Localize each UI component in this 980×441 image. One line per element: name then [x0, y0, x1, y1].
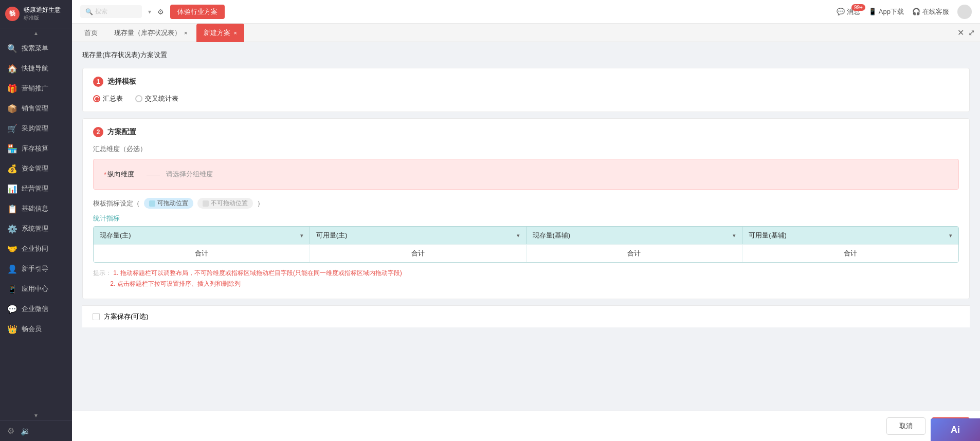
required-mark: *: [104, 171, 106, 178]
tips: 提示： 1. 拖动标题栏可以调整布局，不可跨维度或指标区域拖动栏目字段(只能在同…: [93, 269, 959, 288]
stats-cell-0-2: 合计: [527, 245, 743, 262]
sidebar-item-label: 库存核算: [22, 144, 48, 153]
purchase-icon: 🛒: [7, 124, 17, 134]
stats-col-0-label: 现存量(主): [100, 231, 131, 240]
tab-expand-btn[interactable]: ⤢: [968, 28, 975, 38]
stats-col-3[interactable]: 可用量(基辅) ▾: [742, 227, 958, 244]
phone-icon: 📱: [868, 8, 877, 15]
sidebar-item-quick-nav[interactable]: 🏠 快捷导航: [0, 59, 72, 79]
topbar-gear-icon[interactable]: ⚙: [157, 8, 164, 16]
template-radio-group: 汇总表 交叉统计表: [93, 94, 959, 103]
search-menu-icon: 🔍: [7, 44, 17, 53]
sidebar-item-label: 资金管理: [22, 164, 48, 173]
tab-close-btn[interactable]: ✕: [957, 28, 964, 38]
save-checkbox[interactable]: [93, 313, 100, 320]
sidebar-item-label: 营销推广: [22, 84, 48, 93]
sidebar-item-label: 快捷导航: [22, 64, 48, 73]
radio-summary[interactable]: 汇总表: [93, 94, 123, 103]
stats-col-2-label: 现存量(基辅): [533, 231, 571, 240]
tab-inventory-close[interactable]: ×: [184, 30, 187, 36]
section2-card: 2 方案配置 汇总维度（必选） * 纵向维度 —— 请选择分组维度 模板指标设定…: [82, 118, 970, 299]
vip-icon: 👑: [7, 324, 17, 334]
operations-icon: 📊: [7, 184, 17, 194]
section2-num: 2: [93, 127, 103, 137]
sidebar-item-search-menu[interactable]: 🔍 搜索菜单: [0, 39, 72, 59]
stats-row-0: 合计 合计 合计 合计: [94, 244, 958, 262]
stats-col-2[interactable]: 现存量(基辅) ▾: [527, 227, 743, 244]
stats-header: 现存量(主) ▾ 可用量(主) ▾ 现存量(基辅) ▾ 可用量(基辅) ▾: [94, 227, 958, 244]
sidebar-item-newbie[interactable]: 👤 新手引导: [0, 259, 72, 279]
sidebar-scroll-down[interactable]: ▼: [0, 410, 72, 420]
section2-header: 2 方案配置: [93, 127, 959, 137]
sidebar-scroll-up[interactable]: ▲: [0, 28, 72, 39]
section1-title: 选择模板: [107, 77, 136, 86]
indicator-label: 模板指标设定（ 可拖动位置 不可拖动位置 ）: [93, 198, 959, 209]
newbie-icon: 👤: [7, 264, 17, 274]
topbar-avatar: [957, 5, 972, 19]
tab-new-plan-label: 新建方案: [204, 28, 230, 38]
tip-label: 提示： 1. 拖动标题栏可以调整布局，不可跨维度或指标区域拖动栏目字段(只能在同…: [93, 269, 959, 278]
radio-cross[interactable]: 交叉统计表: [135, 94, 178, 103]
sidebar-item-app-center[interactable]: 📱 应用中心: [0, 279, 72, 299]
sidebar-item-enterprise[interactable]: 🤝 企业协同: [0, 239, 72, 259]
page-title: 现存量(库存状况表)方案设置: [82, 50, 970, 60]
sidebar-item-label: 新手引导: [22, 264, 48, 273]
sidebar-item-marketing[interactable]: 🎁 营销推广: [0, 79, 72, 99]
ai-badge[interactable]: Ai: [931, 418, 980, 441]
sidebar-item-sales[interactable]: 📦 销售管理: [0, 99, 72, 119]
sidebar-item-system[interactable]: ⚙️ 系统管理: [0, 219, 72, 239]
draggable-tag: 可拖动位置: [144, 198, 193, 209]
stats-col-1[interactable]: 可用量(主) ▾: [310, 227, 527, 244]
tab-home[interactable]: 首页: [77, 24, 105, 42]
cancel-button[interactable]: 取消: [886, 417, 925, 435]
stats-col-3-label: 可用量(基辅): [749, 231, 787, 240]
non-draggable-tag: 不可拖动位置: [197, 198, 253, 209]
topbar-service[interactable]: 🎧 在线客服: [912, 7, 949, 16]
sidebar-item-label: 畅会员: [22, 324, 42, 334]
trial-btn[interactable]: 体验行业方案: [170, 5, 225, 19]
stats-col-3-chevron: ▾: [949, 232, 952, 239]
summary-dim-label: 汇总维度（必选）: [93, 144, 959, 154]
radio-summary-label: 汇总表: [103, 94, 123, 103]
sidebar-bottom: ⚙ 🔉: [0, 420, 72, 441]
stats-cell-0-0: 合计: [94, 245, 310, 262]
radio-cross-label: 交叉统计表: [145, 94, 178, 103]
dimension-box[interactable]: * 纵向维度 —— 请选择分组维度: [93, 159, 959, 190]
topbar-right: 💬 消息 99+ 📱 App下载 🎧 在线客服: [837, 5, 972, 19]
tab-new-plan-close[interactable]: ×: [233, 30, 237, 36]
sidebar-item-operations[interactable]: 📊 经营管理: [0, 179, 72, 199]
tab-inventory-status[interactable]: 现存量（库存状况表） ×: [107, 24, 194, 42]
bottom-bar: 取消 查询: [72, 411, 980, 441]
save-row: 方案保存(可选): [82, 305, 970, 327]
enterprise-icon: 🤝: [7, 244, 17, 254]
topbar-search[interactable]: 🔍 搜索: [80, 5, 142, 18]
topbar-app[interactable]: 📱 App下载: [868, 7, 904, 16]
tab-new-plan[interactable]: 新建方案 ×: [196, 24, 244, 42]
topbar: 🔍 搜索 ▾ ⚙ 体验行业方案 💬 消息 99+ 📱 App下载 🎧 在线客服: [72, 0, 980, 24]
sidebar-logo: 畅 畅康通好生意 标准版: [0, 0, 72, 28]
sidebar-item-wechat[interactable]: 💬 企业微信: [0, 299, 72, 319]
sidebar-item-inventory[interactable]: 🏪 库存核算: [0, 139, 72, 159]
sidebar-item-basic-info[interactable]: 📋 基础信息: [0, 199, 72, 219]
tab-inventory-label: 现存量（库存状况表）: [114, 28, 181, 38]
topbar-dropdown-chevron[interactable]: ▾: [148, 8, 151, 15]
sidebar-item-vip[interactable]: 👑 畅会员: [0, 319, 72, 339]
stats-col-0[interactable]: 现存量(主) ▾: [94, 227, 310, 244]
speaker-icon[interactable]: 🔉: [21, 426, 31, 436]
section1-num: 1: [93, 77, 103, 87]
main-area: 🔍 搜索 ▾ ⚙ 体验行业方案 💬 消息 99+ 📱 App下载 🎧 在线客服: [72, 0, 980, 441]
sidebar-item-label: 企业协同: [22, 244, 48, 253]
radio-summary-dot: [93, 95, 100, 102]
sidebar-item-label: 搜索菜单: [22, 44, 48, 53]
settings-bottom-icon[interactable]: ⚙: [7, 426, 14, 436]
marketing-icon: 🎁: [7, 84, 17, 94]
stats-table: 现存量(主) ▾ 可用量(主) ▾ 现存量(基辅) ▾ 可用量(基辅) ▾: [93, 226, 959, 263]
sidebar-item-purchase[interactable]: 🛒 采购管理: [0, 119, 72, 139]
sidebar-item-finance[interactable]: 💰 资金管理: [0, 159, 72, 179]
tab-home-label: 首页: [84, 28, 98, 38]
sidebar-item-label: 基础信息: [22, 204, 48, 213]
tabs-bar-right: ✕ ⤢: [957, 28, 975, 38]
page-content: 现存量(库存状况表)方案设置 1 选择模板 汇总表 交叉统计表 2: [72, 42, 980, 411]
topbar-msg[interactable]: 💬 消息 99+: [837, 7, 860, 16]
stats-cell-0-1: 合计: [310, 245, 527, 262]
